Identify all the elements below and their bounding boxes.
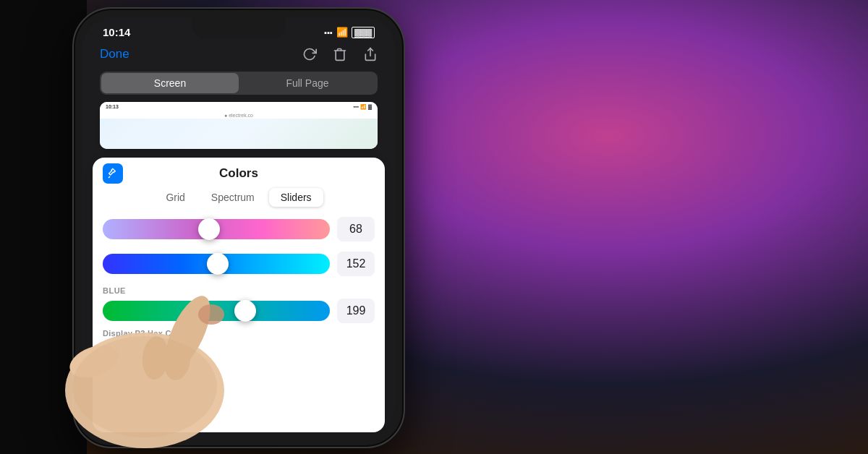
- bottom-label: Display P3 Hex Color #: [103, 329, 375, 338]
- tab-grid[interactable]: Grid: [154, 188, 196, 207]
- done-button[interactable]: Done: [100, 47, 129, 61]
- status-time: 10:14: [103, 26, 130, 38]
- slider-value-1[interactable]: 68: [337, 217, 375, 241]
- phone-screen: 10:14 ▪▪▪ 📶 ▓▓▓ Done: [82, 17, 395, 438]
- preview-content: [100, 119, 378, 149]
- share-icon[interactable]: [363, 47, 378, 61]
- segment-screen[interactable]: Screen: [101, 73, 239, 93]
- preview-statusbar: 10:13 ▪▪▪ 📶 ▓: [100, 102, 378, 112]
- tab-spectrum[interactable]: Spectrum: [200, 188, 266, 207]
- eyedropper-button[interactable]: [103, 163, 123, 184]
- picker-tabs: Grid Spectrum Sliders: [103, 188, 375, 207]
- slider-row-3: BLUE 199: [103, 286, 375, 323]
- color-picker-header: Colors: [103, 166, 375, 181]
- color-picker-title: Colors: [219, 166, 258, 181]
- phone-device: 10:14 ▪▪▪ 📶 ▓▓▓ Done: [72, 7, 412, 454]
- slider-label-blue: BLUE: [103, 286, 375, 295]
- trash-icon[interactable]: [333, 47, 347, 61]
- segment-fullpage[interactable]: Full Page: [239, 73, 376, 93]
- slider-container-2: 152: [103, 252, 375, 276]
- phone-body: 10:14 ▪▪▪ 📶 ▓▓▓ Done: [72, 7, 405, 448]
- slider-track-1[interactable]: [103, 219, 330, 239]
- slider-thumb-2: [207, 253, 229, 275]
- toolbar: Done: [82, 41, 395, 67]
- eyedropper-icon: [107, 168, 119, 179]
- slider-container-3: 199: [103, 299, 375, 323]
- tab-sliders[interactable]: Sliders: [269, 188, 323, 207]
- slider-value-3[interactable]: 199: [337, 299, 375, 323]
- status-icons: ▪▪▪ 📶 ▓▓▓: [324, 27, 375, 38]
- refresh-icon[interactable]: [302, 47, 317, 61]
- slider-row-1: 68: [103, 217, 375, 241]
- battery-icon: ▓▓▓: [352, 27, 375, 38]
- color-picker-panel: Colors Grid Spectrum Sliders: [93, 158, 385, 432]
- wifi-icon: 📶: [336, 27, 348, 38]
- preview-url-bar: ● electrek.co: [100, 112, 378, 119]
- slider-value-2[interactable]: 152: [337, 252, 375, 276]
- screenshot-preview: 10:13 ▪▪▪ 📶 ▓ ● electrek.co: [100, 102, 378, 149]
- signal-icon: ▪▪▪: [324, 28, 333, 37]
- segment-control: Screen Full Page: [100, 72, 378, 95]
- slider-thumb-3: [234, 300, 256, 322]
- slider-thumb-1: [198, 218, 220, 240]
- slider-row-2: 152: [103, 252, 375, 276]
- toolbar-icons: [302, 47, 378, 61]
- slider-track-3[interactable]: [103, 301, 330, 321]
- slider-track-2[interactable]: [103, 254, 330, 274]
- phone-notch: [192, 17, 286, 39]
- slider-container-1: 68: [103, 217, 375, 241]
